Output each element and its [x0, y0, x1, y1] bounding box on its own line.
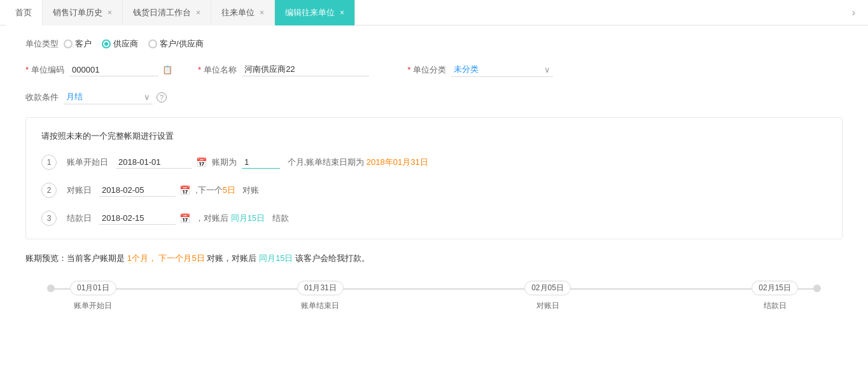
period-date-input-1[interactable] — [116, 156, 192, 169]
period-desc-3-highlight: 同月15日 — [231, 213, 265, 224]
preview-reconcile-date: 下一个月5日 — [158, 253, 204, 263]
unit-type-row: 单位类型 客户 供应商 客户/供应商 — [25, 38, 843, 50]
payment-terms-row: 收款条件 月结 ∨ ? — [25, 90, 843, 104]
unit-category-select[interactable]: 未分类 ∨ — [451, 62, 553, 77]
radio-both[interactable]: 客户/供应商 — [148, 38, 204, 50]
timeline: 01月01日 账单开始日 01月31日 账单结束日 02月05日 对账日 02月… — [25, 281, 843, 311]
unit-info-row: * 单位编码 📋 * 单位名称 * 单位分类 未分类 ∨ — [25, 62, 843, 77]
tab-home-label: 首页 — [15, 7, 32, 18]
tab-bar: 首页 销售订单历史 × 钱货日清工作台 × 往来单位 × 编辑往来单位 × › — [0, 0, 868, 25]
preview-payment-date: 同月15日 — [259, 253, 293, 263]
unit-code-label: 单位编码 — [31, 64, 64, 76]
timeline-label-4: 结款日 — [764, 300, 787, 311]
timeline-point-3: 02月05日 对账日 — [524, 281, 571, 311]
period-date-input-3[interactable] — [99, 212, 176, 225]
close-cash-ledger-icon[interactable]: × — [196, 8, 200, 17]
period-box-title: 请按照未来的一个完整帐期进行设置 — [41, 130, 827, 142]
radio-supplier[interactable]: 供应商 — [102, 38, 138, 50]
preview-section: 账期预览：当前客户账期是 1个月， 下一个月5日 对账，对账后 同月15日 该客… — [25, 252, 843, 265]
payment-terms-label: 收款条件 — [25, 92, 59, 103]
period-desc-3-prefix: ，对账后 — [195, 213, 231, 224]
timeline-label-1: 账单开始日 — [74, 300, 112, 311]
unit-name-label: 单位名称 — [204, 64, 237, 76]
category-dropdown-arrow: ∨ — [544, 65, 550, 74]
period-months-input[interactable] — [242, 156, 280, 169]
timeline-badge-3: 02月05日 — [524, 281, 571, 295]
period-date-input-2[interactable] — [99, 184, 176, 197]
payment-terms-select[interactable]: 月结 ∨ — [64, 90, 153, 104]
tab-partner-units[interactable]: 往来单位 × — [211, 0, 275, 25]
timeline-point-1: 01月01日 账单开始日 — [70, 281, 116, 311]
payment-terms-help-icon[interactable]: ? — [157, 92, 167, 102]
radio-customer-circle — [64, 39, 73, 48]
unit-code-item: * 单位编码 📋 — [25, 64, 172, 76]
period-desc-3-suffix: 结款 — [270, 213, 289, 224]
timeline-label-3: 对账日 — [536, 300, 559, 311]
unit-name-input[interactable] — [242, 64, 369, 76]
radio-supplier-circle — [102, 39, 111, 48]
unit-type-label: 单位类型 — [25, 38, 59, 50]
preview-middle: 对账，对账后 — [207, 253, 256, 263]
timeline-point-2: 01月31日 账单结束日 — [297, 281, 344, 311]
period-end-date-highlight: 2018年01月31日 — [367, 157, 428, 168]
timeline-label-2: 账单结束日 — [301, 300, 339, 311]
period-field-label-3: 结款日 — [67, 213, 92, 224]
period-field-label-1: 账单开始日 — [67, 157, 108, 168]
tab-partner-units-label: 往来单位 — [221, 7, 255, 18]
close-edit-partner-icon[interactable]: × — [340, 8, 344, 17]
timeline-badge-4: 02月15日 — [752, 281, 798, 295]
period-row-1: 1 账单开始日 📅 账期为 个月,账单结束日期为 2018年01月31日 — [41, 155, 827, 170]
timeline-badge-1: 01月01日 — [70, 281, 116, 295]
period-num-1: 1 — [41, 155, 57, 170]
radio-both-label: 客户/供应商 — [160, 38, 204, 50]
close-sales-history-icon[interactable]: × — [108, 8, 112, 17]
payment-terms-arrow: ∨ — [144, 92, 150, 102]
radio-both-circle — [148, 39, 157, 48]
period-row-3: 3 结款日 📅 ，对账后 同月15日 结款 — [41, 211, 827, 226]
unit-type-item: 单位类型 客户 供应商 客户/供应商 — [25, 38, 204, 50]
period-desc-prefix-1: 账期为 — [212, 157, 237, 168]
unit-code-input[interactable] — [69, 64, 158, 76]
period-desc-2-highlight: 5日 — [223, 185, 235, 196]
calendar-icon-2[interactable]: 📅 — [179, 185, 190, 195]
calendar-icon-1[interactable]: 📅 — [196, 157, 207, 167]
unit-category-value: 未分类 — [454, 64, 542, 75]
preview-months: 1个月， — [127, 253, 157, 263]
unit-code-required: * — [25, 65, 29, 74]
tab-cash-ledger-label: 钱货日清工作台 — [133, 7, 191, 18]
main-content: 单位类型 客户 供应商 客户/供应商 * 单位编码 — [0, 25, 868, 387]
timeline-badge-2: 01月31日 — [297, 281, 344, 295]
unit-name-item: * 单位名称 — [198, 64, 369, 76]
unit-name-required: * — [198, 65, 201, 74]
tab-cash-ledger[interactable]: 钱货日清工作台 × — [123, 0, 211, 25]
copy-icon[interactable]: 📋 — [162, 65, 172, 74]
payment-terms-value: 月结 — [66, 91, 141, 102]
tab-edit-partner[interactable]: 编辑往来单位 × — [275, 0, 355, 25]
period-desc-2-suffix: 对账 — [241, 185, 260, 196]
timeline-dots: 01月01日 账单开始日 01月31日 账单结束日 02月05日 对账日 02月… — [51, 281, 817, 311]
tab-sales-history-label: 销售订单历史 — [53, 7, 102, 18]
radio-customer[interactable]: 客户 — [64, 38, 92, 50]
preview-suffix: 该客户会给我打款。 — [295, 253, 370, 263]
payment-terms-item: 收款条件 月结 ∨ ? — [25, 90, 167, 104]
unit-category-label: 单位分类 — [413, 64, 446, 76]
radio-customer-label: 客户 — [75, 38, 92, 50]
period-desc-suffix-1: 个月,账单结束日期为 — [285, 157, 367, 168]
unit-type-radio-group: 客户 供应商 客户/供应商 — [64, 38, 204, 50]
tab-home[interactable]: 首页 — [5, 0, 43, 25]
period-num-2: 2 — [41, 183, 57, 198]
period-num-3: 3 — [41, 211, 57, 226]
tab-sales-history[interactable]: 销售订单历史 × — [43, 0, 123, 25]
close-partner-units-icon[interactable]: × — [260, 8, 264, 17]
unit-category-required: * — [407, 65, 410, 74]
timeline-left-end — [47, 285, 55, 292]
period-row-2: 2 对账日 📅 ,下一个 5日 对账 — [41, 183, 827, 198]
timeline-right-end — [813, 285, 821, 292]
period-desc-2-prefix: ,下一个 — [195, 185, 223, 196]
tab-expand-icon[interactable]: › — [844, 7, 863, 18]
tab-edit-partner-label: 编辑往来单位 — [285, 7, 335, 18]
calendar-icon-3[interactable]: 📅 — [179, 213, 190, 223]
period-field-label-2: 对账日 — [67, 185, 92, 196]
preview-prefix: 账期预览：当前客户账期是 — [25, 253, 125, 263]
unit-category-item: * 单位分类 未分类 ∨ — [407, 62, 553, 77]
